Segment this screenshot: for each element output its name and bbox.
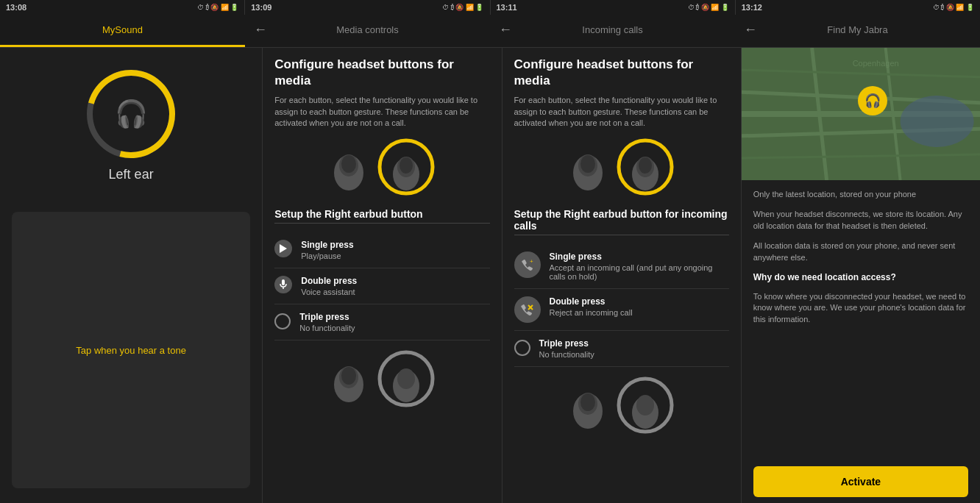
find-section-2: When your headset disconnects, we store …	[753, 209, 968, 232]
left-ear-label: Left ear	[109, 167, 154, 182]
svg-point-19	[580, 155, 595, 173]
radio-triple-incoming[interactable]	[514, 340, 530, 356]
tap-label: Tap when you hear a tone	[76, 345, 186, 356]
panel-incoming-content: Configure headset buttons for media For …	[503, 48, 741, 503]
icons-2: ⏱ ₿ 🔕 📶 🔋	[442, 4, 483, 11]
media-desc: For each button, select the functionalit…	[274, 95, 489, 129]
main-panels: 🎧 Left ear Tap when you hear a tone Conf…	[0, 48, 980, 503]
earbud-left-media	[329, 143, 369, 191]
press-triple-media-text: Triple press No functionality	[299, 312, 355, 332]
svg-point-33	[636, 395, 654, 415]
ear-visual: 🎧	[87, 70, 175, 158]
find-text-2: When your headset disconnects, we store …	[753, 209, 968, 232]
tab-find-jabra[interactable]: ← Find My Jabra	[735, 15, 980, 47]
incoming-earbud-images-bottom	[514, 376, 729, 435]
find-section-5: To know where you disconnected your head…	[753, 291, 968, 325]
tap-box[interactable]: Tap when you hear a tone	[12, 212, 250, 488]
status-bar-1: 13:08 ⏱ ₿ 🔕 📶 🔋	[0, 0, 245, 15]
svg-marker-7	[280, 244, 287, 253]
press-single-incoming-text: Single press Accept an incoming call (an…	[550, 252, 729, 281]
incoming-setup-title: Setup the Right earbud button for incomi…	[514, 208, 729, 235]
earbud-left-media-b	[329, 355, 369, 403]
earbud-ring-media-b	[377, 349, 436, 408]
svg-point-12	[341, 367, 356, 385]
earbud-ring-media	[377, 138, 436, 196]
find-section-4: Why do we need location access?	[753, 272, 968, 282]
find-section-3: All location data is stored on your phon…	[753, 240, 968, 263]
back-arrow-media[interactable]: ←	[254, 22, 267, 38]
panel-mysound: 🎧 Left ear Tap when you hear a tone	[0, 48, 263, 503]
find-title-4: Why do we need location access?	[753, 272, 968, 282]
location-pin: 🎧	[858, 86, 887, 115]
find-text-3: All location data is stored on your phon…	[753, 240, 968, 263]
panel-media-content: Configure headset buttons for media For …	[263, 48, 501, 503]
svg-point-43	[900, 96, 973, 147]
earbud-ring-incoming	[616, 138, 675, 196]
press-triple-media[interactable]: Triple press No functionality	[274, 304, 489, 340]
map-area: Copenhagen 🎧	[742, 48, 980, 180]
svg-text:+: +	[530, 259, 533, 265]
panel-find: Copenhagen 🎧 Only the latest location, s…	[742, 48, 980, 503]
press-triple-incoming[interactable]: Triple press No functionality	[514, 331, 729, 367]
mic-icon	[274, 276, 292, 293]
press-double-incoming[interactable]: Double press Reject an incoming call	[514, 289, 729, 331]
tab-incoming-calls[interactable]: ← Incoming calls	[490, 15, 735, 47]
svg-point-23	[639, 157, 652, 174]
time-2: 13:09	[251, 3, 271, 12]
radio-triple-media[interactable]	[274, 313, 291, 329]
activate-button[interactable]: Activate	[753, 466, 968, 497]
svg-point-6	[400, 157, 413, 174]
phone-accept-icon: +	[514, 252, 541, 278]
play-icon	[274, 240, 292, 257]
icons-3: ⏱ ₿ 🔕 📶 🔋	[688, 4, 729, 11]
svg-point-16	[397, 368, 415, 389]
press-single-incoming[interactable]: + Single press Accept an incoming call (…	[514, 244, 729, 289]
status-bar-3: 13:11 ⏱ ₿ 🔕 📶 🔋	[491, 0, 736, 15]
time-1: 13:08	[6, 3, 26, 12]
status-bar-2: 13:09 ⏱ ₿ 🔕 📶 🔋	[245, 0, 490, 15]
earbud-left-incoming-b	[568, 382, 608, 429]
earbud-ring-incoming-b	[616, 376, 675, 435]
headphone-icon: 🎧	[115, 99, 148, 129]
find-text-content: Only the latest location, stored on your…	[742, 180, 980, 460]
press-triple-incoming-text: Triple press No functionality	[539, 338, 594, 359]
media-earbud-images-bottom	[274, 349, 489, 408]
earbud-left-incoming	[568, 143, 608, 191]
map-roads-svg: Copenhagen	[742, 48, 980, 180]
status-bars: 13:08 ⏱ ₿ 🔕 📶 🔋 13:09 ⏱ ₿ 🔕 📶 🔋 13:11 ⏱ …	[0, 0, 980, 15]
status-bar-4: 13:12 ⏱ ₿ 🔕 📶 🔋	[736, 0, 980, 15]
press-double-media[interactable]: Double press Voice assistant	[274, 268, 489, 304]
media-setup-title: Setup the Right earbud button	[274, 208, 489, 224]
media-title: Configure headset buttons for media	[274, 57, 489, 89]
find-text-5: To know where you disconnected your head…	[753, 291, 968, 325]
find-section-1: Only the latest location, stored on your…	[753, 189, 968, 200]
press-double-incoming-text: Double press Reject an incoming call	[550, 296, 633, 317]
time-4: 13:12	[742, 3, 762, 12]
phone-reject-icon	[514, 296, 541, 323]
panel-incoming: Configure headset buttons for media For …	[503, 48, 742, 503]
icons-1: ⏱ ₿ 🔕 📶 🔋	[197, 4, 238, 11]
svg-rect-8	[282, 279, 285, 285]
press-single-media-text: Single press Play/pause	[301, 240, 353, 260]
back-arrow-find[interactable]: ←	[744, 22, 757, 38]
incoming-desc: For each button, select the functionalit…	[514, 95, 729, 129]
tab-bar: MySound ← Media controls ← Incoming call…	[0, 15, 980, 48]
svg-text:Copenhagen: Copenhagen	[852, 59, 898, 68]
press-double-media-text: Double press Voice assistant	[301, 276, 357, 296]
tab-media-controls[interactable]: ← Media controls	[245, 15, 490, 47]
svg-point-2	[341, 155, 356, 173]
incoming-title: Configure headset buttons for media	[514, 57, 729, 89]
panel-media: Configure headset buttons for media For …	[263, 48, 502, 503]
back-arrow-incoming[interactable]: ←	[499, 22, 512, 38]
time-3: 13:11	[497, 3, 517, 12]
tab-mysound[interactable]: MySound	[0, 15, 245, 47]
icons-4: ⏱ ₿ 🔕 📶 🔋	[933, 4, 974, 11]
media-earbud-images	[274, 138, 489, 196]
press-single-media[interactable]: Single press Play/pause	[274, 232, 489, 268]
find-text-1: Only the latest location, stored on your…	[753, 189, 968, 200]
incoming-earbud-images	[514, 138, 729, 196]
svg-point-29	[580, 393, 595, 411]
